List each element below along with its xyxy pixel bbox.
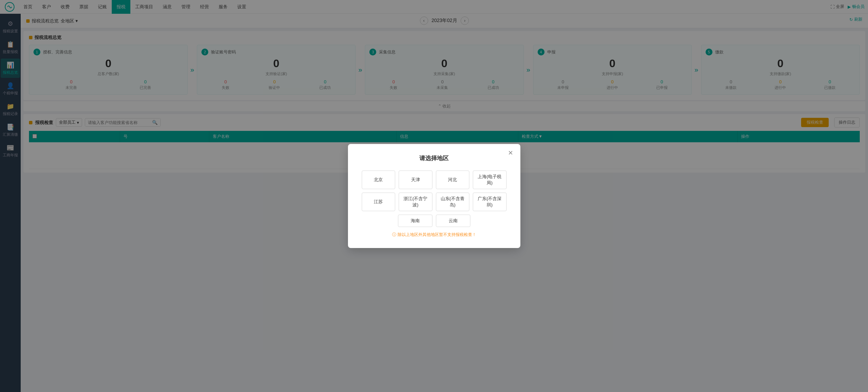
warning-icon: ⓘ [392, 232, 396, 238]
region-button[interactable]: 山东(不含青岛) [436, 193, 470, 211]
modal-close-button[interactable]: ✕ [507, 149, 515, 157]
region-select-modal: ✕ 请选择地区 北京天津河北上海(电子税局) 江苏浙江(不含宁波)山东(不含青岛… [348, 144, 520, 248]
modal-overlay: ✕ 请选择地区 北京天津河北上海(电子税局) 江苏浙江(不含宁波)山东(不含青岛… [0, 0, 868, 392]
region-button[interactable]: 天津 [399, 171, 432, 189]
region-grid-row1: 北京天津河北上海(电子税局) [362, 171, 507, 189]
region-button[interactable]: 海南 [398, 215, 432, 227]
region-grid-row2: 江苏浙江(不含宁波)山东(不含青岛)广东(不含深圳) [362, 193, 507, 211]
region-button[interactable]: 上海(电子税局) [473, 171, 507, 189]
region-button[interactable]: 河北 [436, 171, 470, 189]
region-button[interactable]: 云南 [436, 215, 470, 227]
modal-warning: ⓘ 除以上地区外其他地区暂不支持报税检查！ [362, 232, 507, 238]
region-button[interactable]: 江苏 [362, 193, 396, 211]
region-row3: 海南云南 [362, 215, 507, 227]
region-button[interactable]: 浙江(不含宁波) [399, 193, 432, 211]
modal-title: 请选择地区 [362, 154, 507, 162]
region-button[interactable]: 广东(不含深圳) [473, 193, 507, 211]
region-button[interactable]: 北京 [362, 171, 396, 189]
